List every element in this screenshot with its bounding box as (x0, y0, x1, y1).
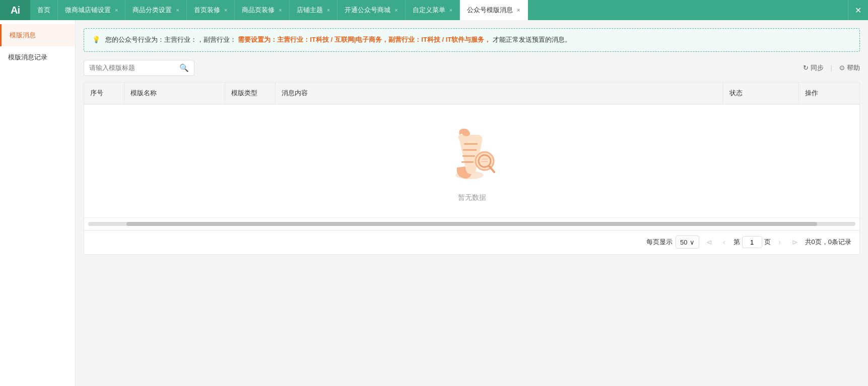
page-nav: ⊲ ‹ 第 页 › ⊳ (703, 236, 801, 248)
nav-item-label-4: 商品页装修 (242, 6, 275, 15)
total-label: 共0页，0条记录 (805, 238, 851, 247)
page-next-button[interactable]: › (774, 236, 786, 248)
nav-item-label-6: 开通公众号商城 (345, 6, 390, 15)
notice-prefix: 您的公众号行业为：主营行业：，副营行业： (105, 36, 236, 43)
page-size-select: 每页显示 50 ∨ (646, 236, 699, 249)
col-header-status: 状态 (723, 83, 799, 104)
nav-item-close-6[interactable]: × (394, 7, 397, 13)
nav-item-label-1: 微商城店铺设置 (65, 6, 111, 15)
col-header-content: 消息内容 (276, 83, 723, 104)
notice-highlight: 需要设置为：主营行业：IT科技 / 互联网|电子商务，副营行业：IT科技 / I… (238, 36, 491, 43)
nav-item-4[interactable]: 商品页装修× (235, 0, 289, 20)
search-button[interactable]: 🔍 (179, 63, 189, 72)
notice-suffix: 才能正常发送预置的消息。 (493, 36, 571, 43)
nav-item-7[interactable]: 自定义菜单× (406, 0, 460, 20)
nav-item-6[interactable]: 开通公众号商城× (338, 0, 405, 20)
nav-item-label-7: 自定义菜单 (413, 6, 445, 15)
notice-icon: 💡 (92, 36, 100, 43)
nav-item-8[interactable]: 公众号模版消息× (460, 0, 527, 20)
sidebar-item-0[interactable]: 模版消息 (0, 24, 75, 46)
col-header-seq: 序号 (84, 83, 124, 104)
page-first-button[interactable]: ⊲ (703, 236, 715, 248)
divider: | (831, 64, 832, 71)
page-size-chevron: ∨ (690, 239, 695, 246)
nav-item-0[interactable]: 首页 (30, 0, 58, 20)
table-header: 序号 模版名称 模版类型 消息内容 状态 操作 (84, 83, 859, 105)
empty-icon (442, 125, 502, 185)
scrollbar-area[interactable] (84, 217, 859, 230)
nav-item-label-2: 商品分类设置 (132, 6, 172, 15)
help-button[interactable]: ⊙ 帮助 (839, 63, 860, 72)
search-input-wrap[interactable]: 🔍 (84, 60, 194, 76)
help-label: 帮助 (847, 63, 860, 72)
search-left: 🔍 (84, 60, 194, 76)
page-di-label: 第 (733, 238, 740, 247)
close-all-button[interactable]: ✕ (848, 0, 868, 20)
col-header-name: 模版名称 (124, 83, 225, 104)
table-wrap: 序号 模版名称 模版类型 消息内容 状态 操作 (84, 82, 860, 255)
nav-item-close-2[interactable]: × (176, 7, 179, 13)
nav-items: 首页微商城店铺设置×商品分类设置×首页装修×商品页装修×店铺主题×开通公众号商城… (30, 0, 848, 20)
app-logo: Ai (0, 0, 30, 20)
page-last-button[interactable]: ⊳ (789, 236, 801, 248)
sync-button[interactable]: ↻ 同步 (803, 63, 824, 72)
notice-box: 💡 您的公众号行业为：主营行业：，副营行业： 需要设置为：主营行业：IT科技 /… (84, 28, 860, 52)
nav-item-2[interactable]: 商品分类设置× (125, 0, 186, 20)
pagination: 每页显示 50 ∨ ⊲ ‹ 第 页 › ⊳ (84, 230, 859, 254)
nav-item-close-3[interactable]: × (224, 7, 227, 13)
sidebar-item-1[interactable]: 模版消息记录 (0, 46, 75, 68)
page-size-label: 每页显示 (646, 238, 673, 247)
search-bar: 🔍 ↻ 同步 | ⊙ 帮助 (84, 60, 860, 76)
empty-text: 暂无数据 (458, 193, 486, 202)
page-prev-button[interactable]: ‹ (718, 236, 730, 248)
search-input[interactable] (89, 64, 179, 71)
help-icon: ⊙ (839, 64, 845, 71)
nav-item-close-8[interactable]: × (517, 7, 520, 13)
page-size-dropdown[interactable]: 50 ∨ (676, 236, 699, 249)
page-unit-label: 页 (764, 238, 771, 247)
nav-item-label-8: 公众号模版消息 (467, 6, 513, 15)
col-header-action: 操作 (799, 83, 859, 104)
page-input-wrap: 第 页 (733, 236, 771, 248)
nav-item-label-0: 首页 (37, 6, 50, 15)
sync-label: 同步 (811, 63, 824, 72)
top-nav: Ai 首页微商城店铺设置×商品分类设置×首页装修×商品页装修×店铺主题×开通公众… (0, 0, 868, 20)
nav-item-close-1[interactable]: × (115, 7, 118, 13)
nav-item-1[interactable]: 微商城店铺设置× (58, 0, 125, 20)
nav-item-3[interactable]: 首页装修× (187, 0, 235, 20)
nav-item-5[interactable]: 店铺主题× (290, 0, 338, 20)
content-area: 💡 您的公众号行业为：主营行业：，副营行业： 需要设置为：主营行业：IT科技 /… (76, 20, 868, 386)
nav-item-label-5: 店铺主题 (297, 6, 323, 15)
nav-item-close-7[interactable]: × (449, 7, 452, 13)
empty-state: 暂无数据 (84, 105, 859, 217)
sidebar: 模版消息模版消息记录 (0, 20, 76, 386)
page-number-input[interactable] (742, 236, 762, 248)
search-right: ↻ 同步 | ⊙ 帮助 (803, 63, 860, 72)
sync-icon: ↻ (803, 64, 809, 71)
nav-item-close-4[interactable]: × (279, 7, 282, 13)
page-size-value: 50 (680, 239, 687, 246)
main-layout: 模版消息模版消息记录 💡 您的公众号行业为：主营行业：，副营行业： 需要设置为：… (0, 20, 868, 386)
nav-item-close-5[interactable]: × (327, 7, 330, 13)
scrollbar-thumb[interactable] (126, 222, 817, 226)
scrollbar-track[interactable] (88, 222, 855, 226)
nav-item-label-3: 首页装修 (194, 6, 220, 15)
col-header-type: 模版类型 (225, 83, 276, 104)
